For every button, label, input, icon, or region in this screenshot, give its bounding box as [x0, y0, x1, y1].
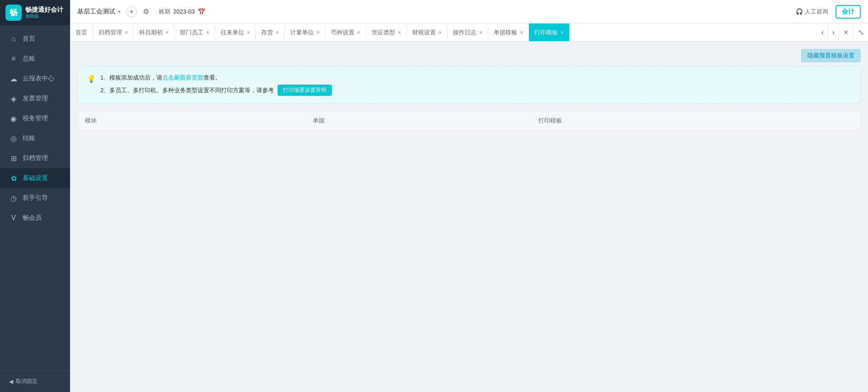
tab-close-icon[interactable]: ×	[439, 29, 442, 36]
notice-refresh-link[interactable]: 点击刷新新页面	[162, 74, 203, 81]
tab-expand-button[interactable]: ⤡	[854, 24, 868, 41]
sidebar: 畅 畅捷通好会计 旗舰版 ⌂ 首页 ≡ 总账 ☁ 云报表中心 ◈ 发票管理 ◉ …	[0, 0, 70, 392]
notice-line-1: 1、模板添加成功后，请点击刷新新页面查看。	[100, 74, 851, 82]
archive-icon: ⊞	[9, 154, 18, 163]
tab-close-active-icon[interactable]: ×	[561, 29, 564, 36]
hide-template-button[interactable]: 隐藏预置模板设置	[801, 49, 861, 62]
tab-tax-settings[interactable]: 财税设置 ×	[407, 24, 448, 41]
app-title: 畅捷通好会计	[25, 6, 63, 14]
sidebar-item-home[interactable]: ⌂ 首页	[0, 29, 70, 49]
tab-close-icon[interactable]: ×	[520, 29, 523, 36]
sidebar-item-guide[interactable]: ◷ 新手引导	[0, 188, 70, 208]
main-content: 隐藏预置模板设置 💡 1、模板添加成功后，请点击刷新新页面查看。 2、多员工、多…	[70, 42, 868, 392]
tab-home[interactable]: 首页	[70, 24, 93, 41]
tab-home-label: 首页	[75, 28, 87, 37]
notice-line1-prefix: 1、模板添加成功后，请	[100, 74, 162, 81]
notice-line-2: 2、多员工、多打印机、多种业务类型设置不同打印方案等，请参考 打印场景设置宣明	[100, 85, 851, 96]
tab-close-icon[interactable]: ×	[165, 29, 169, 36]
closing-icon: ◎	[9, 134, 18, 143]
tab-inventory[interactable]: 存货 ×	[256, 24, 285, 41]
tab-label: 计量单位	[290, 28, 314, 37]
period-value: 2023-03	[173, 8, 195, 15]
print-scene-button[interactable]: 打印场景设置宣明	[278, 85, 332, 96]
col-print-template: 打印模板	[531, 111, 860, 131]
notice-line1-suffix: 查看。	[203, 74, 221, 81]
company-dropdown-icon[interactable]: ▾	[118, 9, 121, 15]
tab-currency[interactable]: 币种设置 ×	[326, 24, 366, 41]
tab-close-icon[interactable]: ×	[206, 29, 209, 36]
notice-box: 💡 1、模板添加成功后，请点击刷新新页面查看。 2、多员工、多打印机、多种业务类…	[77, 66, 861, 104]
print-template-table: 模块 单据 打印模板	[77, 111, 861, 131]
support-label: 人工咨询	[805, 8, 828, 16]
tab-close-icon[interactable]: ×	[125, 29, 128, 36]
sidebar-item-member[interactable]: V 畅会员	[0, 208, 70, 228]
app-subtitle: 旗舰版	[25, 13, 63, 19]
sidebar-nav: ⌂ 首页 ≡ 总账 ☁ 云报表中心 ◈ 发票管理 ◉ 税务管理 ◎ 结账 ⊞ 归…	[0, 25, 70, 370]
home-icon: ⌂	[9, 34, 18, 43]
sidebar-item-label: 归档管理	[23, 154, 48, 162]
tab-next-button[interactable]: ›	[828, 24, 839, 41]
tab-label: 打印模板	[534, 28, 558, 37]
period-label: 账期	[159, 8, 170, 16]
sidebar-item-label: 新手引导	[23, 194, 48, 202]
reports-icon: ☁	[9, 74, 18, 83]
sidebar-item-archive[interactable]: ⊞ 归档管理	[0, 148, 70, 168]
tab-close-icon[interactable]: ×	[479, 29, 482, 36]
tab-label: 单据模板	[494, 28, 517, 37]
member-icon: V	[9, 213, 18, 222]
sidebar-item-label: 结账	[23, 134, 35, 142]
invoice-icon: ◈	[9, 94, 18, 103]
sidebar-item-settings[interactable]: ✿ 基础设置	[0, 168, 70, 188]
tab-archive-mgmt[interactable]: 归档管理 ×	[93, 24, 134, 41]
sidebar-item-label: 发票管理	[23, 94, 48, 103]
sidebar-footer-unpin[interactable]: ◀ 取消固定	[0, 370, 70, 392]
add-tab-button[interactable]: +	[126, 6, 137, 17]
sidebar-item-label: 首页	[23, 35, 35, 43]
sidebar-item-tax[interactable]: ◉ 税务管理	[0, 109, 70, 128]
notice-bulb-icon: 💡	[87, 75, 96, 83]
sidebar-item-reports[interactable]: ☁ 云报表中心	[0, 69, 70, 89]
sidebar-item-invoice[interactable]: ◈ 发票管理	[0, 89, 70, 109]
tab-dept-staff[interactable]: 部门员工 ×	[175, 24, 215, 41]
app-logo-icon: 畅	[5, 5, 22, 21]
guide-icon: ◷	[9, 194, 18, 203]
tab-single-template[interactable]: 单据模板 ×	[488, 24, 529, 41]
sidebar-item-ledger[interactable]: ≡ 总账	[0, 49, 70, 69]
calendar-icon[interactable]: 📅	[198, 8, 205, 15]
sidebar-footer-label: 取消固定	[16, 378, 38, 385]
notice-line2-prefix: 2、多员工、多打印机、多种业务类型设置不同打印方案等，请参考	[100, 86, 274, 94]
sidebar-item-label: 税务管理	[23, 114, 48, 123]
tab-label: 归档管理	[99, 28, 122, 37]
tab-print-template[interactable]: 打印模板 ×	[529, 24, 570, 41]
tab-close-icon[interactable]: ×	[398, 29, 401, 36]
col-module: 模块	[78, 111, 306, 131]
tab-label: 往来单位	[221, 28, 244, 37]
tab-close-icon[interactable]: ×	[276, 29, 279, 36]
company-name: 基层工会测试	[77, 8, 115, 16]
tab-close-icon[interactable]: ×	[316, 29, 320, 36]
tab-label: 财税设置	[412, 28, 436, 37]
tab-measure-unit[interactable]: 计量单位 ×	[285, 24, 326, 41]
sidebar-item-label: 畅会员	[23, 214, 42, 222]
tab-close-icon[interactable]: ×	[247, 29, 250, 36]
tab-close-icon[interactable]: ×	[357, 29, 360, 36]
unpin-icon: ◀	[9, 378, 13, 385]
tab-close-all-button[interactable]: ×	[839, 24, 854, 41]
support-button[interactable]: 🎧 人工咨询	[796, 8, 828, 16]
tab-label: 科目期初	[139, 28, 163, 37]
tab-counterpart[interactable]: 往来单位 ×	[215, 24, 256, 41]
tab-operation-log[interactable]: 操作日志 ×	[448, 24, 488, 41]
action-bar: 隐藏预置模板设置	[77, 49, 861, 62]
sidebar-item-label: 云报表中心	[23, 75, 54, 83]
topbar-period: 账期 2023-03 📅	[159, 8, 205, 16]
user-role-button[interactable]: 会计	[835, 5, 861, 19]
tab-prev-button[interactable]: ‹	[817, 24, 828, 41]
topbar-settings-button[interactable]: ⚙	[141, 6, 151, 17]
topbar-company: 基层工会测试 ▾	[77, 8, 121, 16]
table-header: 模块 单据 打印模板	[78, 111, 861, 131]
sidebar-item-closing[interactable]: ◎ 结账	[0, 128, 70, 148]
tab-subject-init[interactable]: 科目期初 ×	[134, 24, 175, 41]
table-header-row: 模块 单据 打印模板	[78, 111, 861, 131]
tab-voucher-type[interactable]: 凭证类型 ×	[366, 24, 407, 41]
tab-label: 存货	[261, 28, 273, 37]
